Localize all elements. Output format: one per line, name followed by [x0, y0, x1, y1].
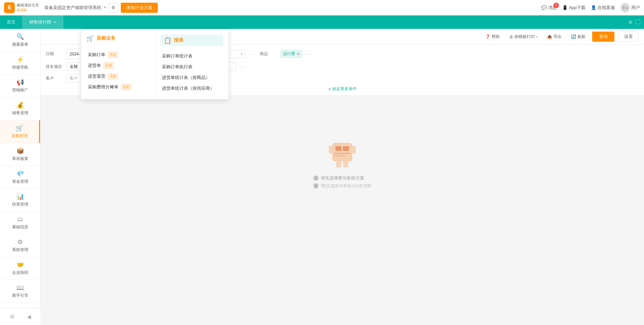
dropdown-purchase-header: 🛒 采购业务 — [86, 35, 149, 45]
goods-label: 商品 — [260, 51, 277, 57]
status-dropdown-icon: ▾ — [241, 52, 243, 56]
dropdown-item-label: 采购订单执行表 — [162, 64, 192, 70]
search-icon: 🔍 — [16, 33, 24, 40]
svg-rect-3 — [334, 153, 351, 154]
report-header-icon: 📋 — [164, 37, 171, 44]
close-window-icon[interactable]: ✕ — [628, 19, 633, 26]
tab-bar-actions: ✕ ⛶ — [628, 19, 644, 26]
industry-button[interactable]: 体验行业方案 — [121, 3, 158, 13]
collapse-label: 收起更多条件 — [332, 86, 357, 92]
sidebar-label-sales: 销售管理 — [12, 110, 28, 116]
sidebar-item-sales[interactable]: 💰 销售管理 — [0, 97, 40, 120]
tab-close-icon[interactable]: ✕ — [53, 20, 56, 25]
top-right-area: 💬 消息 9 📱 App下载 👤 在线客服 Ea 用户 — [541, 3, 640, 12]
system-icon: ⚙ — [17, 238, 23, 246]
settings-button[interactable]: 设置 — [618, 32, 639, 42]
dropdown-item-order-stats[interactable]: 采购订单统计表 — [160, 51, 223, 62]
svg-rect-0 — [332, 143, 352, 161]
basic-info-icon: 🗂 — [17, 216, 23, 223]
dropdown-item-label: 进货退货 — [88, 73, 105, 79]
dropdown-menu-panel: 🛒 采购业务 采购订单 历史 进货单 历史 进货退货 历史 采购费用分摊单 — [81, 29, 229, 99]
sidebar-label-inventory: 库存核算 — [12, 156, 28, 162]
svg-rect-6 — [352, 146, 356, 154]
collapse-sidebar-icon[interactable]: ◀ — [27, 314, 31, 320]
print-label: 按模板打印 — [514, 34, 535, 40]
search-button[interactable]: 查询 — [592, 32, 614, 42]
tab-home[interactable]: 首页 — [0, 15, 23, 29]
dropdown-item-inbound[interactable]: 进货单 历史 — [86, 60, 149, 71]
print-icon: 🖨 — [509, 34, 513, 39]
goods-chip: 设计费 ✕ — [281, 50, 302, 58]
inventory-icon: 📦 — [16, 147, 24, 155]
salesperson-dots[interactable]: ··· — [240, 64, 246, 70]
purchase-header-icon: 🛒 — [86, 35, 94, 42]
dropdown-report-col: 📋 报表 采购订单统计表 采购订单执行表 进货单统计表（按商品） 进货单统计表（… — [155, 29, 229, 99]
sidebar-item-guide[interactable]: 📖 新手引导 — [0, 280, 40, 303]
collapse-button[interactable]: ∧ 收起更多条件 — [328, 86, 357, 92]
refresh-button[interactable]: 🔄 刷新 — [568, 33, 588, 41]
dropdown-item-inbound-by-goods[interactable]: 进货单统计表（按商品） — [160, 72, 223, 83]
sidebar-item-marketing[interactable]: 📢 营销推广 — [0, 75, 40, 97]
dropdown-item-label: 采购费用分摊单 — [88, 84, 118, 90]
sidebar-item-system[interactable]: ⚙ 系统管理 — [0, 234, 40, 257]
sidebar-bottom-bar: ⚙ ◀ — [0, 308, 40, 325]
message-badge: 9 — [553, 3, 559, 8]
maximize-icon[interactable]: ⛶ — [635, 19, 641, 25]
sales-icon: 💰 — [16, 101, 24, 109]
empty-hint-text-1: 请先选择要分析的方案 — [321, 175, 364, 181]
svg-rect-7 — [336, 161, 341, 167]
sidebar-item-search[interactable]: 🔍 搜索菜单 — [0, 29, 40, 52]
logo-text: 畅捷通好生意 — [17, 3, 39, 7]
dropdown-item-label: 采购订单 — [88, 52, 105, 58]
sidebar-item-inventory[interactable]: 📦 库存核算 — [0, 143, 40, 166]
help-button[interactable]: ❓ 帮助 — [482, 33, 502, 41]
dropdown-item-inbound-return[interactable]: 进货退货 历史 — [86, 71, 149, 82]
dropdown-item-expense-split[interactable]: 采购费用分摊单 历史 — [86, 82, 149, 92]
help-icon: ❓ — [485, 34, 490, 39]
dropdown-item-inbound-by-supplier[interactable]: 进货单统计表（按供应商） — [160, 83, 223, 94]
logo-tag: 标准版 — [17, 8, 39, 12]
sidebar-label-system: 系统管理 — [12, 247, 28, 253]
user-area[interactable]: Ea 用户 — [620, 3, 640, 12]
logo-area: 6 畅捷通好生意 标准版 — [4, 2, 44, 13]
dropdown-item-order-exec[interactable]: 采购订单执行表 — [160, 62, 223, 72]
chevron-down-icon[interactable]: ▾ — [104, 5, 106, 10]
svg-rect-4 — [334, 155, 346, 156]
svg-rect-2 — [343, 146, 349, 151]
sidebar-label-quick-nav: 快捷导航 — [12, 65, 28, 70]
print-button[interactable]: 🖨 按模板打印 ▾ — [506, 33, 540, 41]
dropdown-report-header: 📋 报表 — [160, 35, 223, 46]
goods-chip-close[interactable]: ✕ — [296, 52, 300, 56]
sidebar-item-purchase[interactable]: 🛒 采购管理 — [0, 120, 40, 143]
sidebar-item-enterprise[interactable]: 🤝 企业协同 — [0, 257, 40, 280]
online-service-button[interactable]: 👤 在线客服 — [591, 5, 615, 11]
sidebar-label-search: 搜索菜单 — [12, 42, 28, 47]
sidebar-item-operations[interactable]: 📊 经营管理 — [0, 189, 40, 212]
app-download-button[interactable]: 📱 App下载 — [562, 5, 585, 11]
purchase-header-label: 采购业务 — [97, 35, 115, 41]
bottom-settings-icon[interactable]: ⚙ — [10, 314, 14, 320]
messages-button[interactable]: 💬 消息 9 — [541, 5, 557, 11]
print-dropdown-icon[interactable]: ▾ — [536, 35, 538, 39]
date-label: 日期 — [46, 51, 63, 57]
status-dots[interactable]: ··· — [250, 51, 256, 57]
tab-sales-rank[interactable]: 销售排行榜 ✕ — [23, 15, 63, 29]
message-icon: 💬 — [541, 5, 547, 10]
goods-dots[interactable]: ··· — [306, 51, 312, 57]
sidebar-item-basic-info[interactable]: 🗂 基础信息 — [0, 212, 40, 234]
mobile-icon: 📱 — [562, 5, 568, 10]
sidebar-item-finance[interactable]: 💎 资金管理 — [0, 166, 40, 189]
dropdown-item-purchase-order[interactable]: 采购订单 历史 — [86, 49, 149, 60]
empty-state: 1 请先选择要分析的方案 2 用[过滤]条件来缩小分析范围 — [40, 95, 644, 230]
avatar-text: Ea — [622, 5, 628, 10]
history-tag: 历史 — [121, 84, 131, 90]
dropdown-purchase-col: 🛒 采购业务 采购订单 历史 进货单 历史 进货退货 历史 采购费用分摊单 — [81, 29, 155, 99]
empty-hint-text-2: 用[过滤]条件来缩小分析范围 — [321, 183, 371, 189]
export-button[interactable]: 📤 导出 — [544, 33, 564, 41]
sidebar-item-quick-nav[interactable]: ⚡ 快捷导航 — [0, 52, 40, 75]
empty-illustration — [322, 136, 362, 170]
guide-icon: 📖 — [16, 284, 24, 291]
user-label: 用户 — [631, 5, 640, 11]
settings-icon[interactable]: ⚙ — [109, 3, 118, 12]
system-title-text: 装备及固定资产辅助管理系统 — [44, 5, 101, 11]
